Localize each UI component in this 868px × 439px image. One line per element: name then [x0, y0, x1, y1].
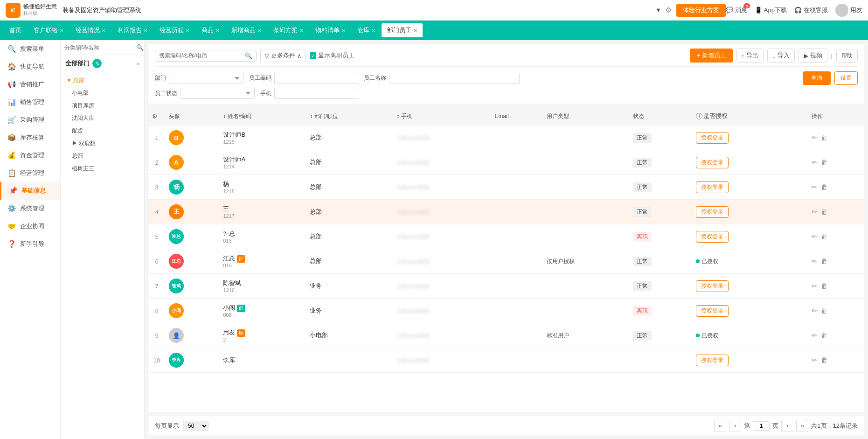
tree-collapse-btn[interactable]: «: [136, 60, 139, 67]
online-service-btn[interactable]: 🎧 在线客服: [794, 6, 828, 14]
sidebar-item-新手引导[interactable]: ❓新手引导: [0, 235, 60, 253]
tree-item-zhishu[interactable]: 植树王三: [61, 162, 144, 175]
delete-icon[interactable]: 🗑: [821, 208, 827, 216]
nav-tab-新增商品[interactable]: 新增商品✕: [226, 23, 267, 37]
edit-icon[interactable]: ✏: [812, 159, 817, 166]
auth-btn[interactable]: 授权登录: [696, 157, 729, 168]
auth-btn[interactable]: 授权登录: [696, 231, 729, 243]
tab-close-icon[interactable]: ✕: [341, 28, 345, 33]
phone-input[interactable]: [274, 88, 358, 99]
search-input[interactable]: [159, 52, 243, 59]
auth-btn[interactable]: 授权登录: [696, 305, 729, 317]
tree-item-xiaodibu[interactable]: 小电部: [61, 87, 144, 99]
edit-icon[interactable]: ✏: [812, 356, 817, 364]
delete-icon[interactable]: 🗑: [821, 183, 827, 191]
trial-btn[interactable]: 体验行业方案: [676, 4, 726, 17]
emp-status-select[interactable]: [180, 88, 255, 99]
edit-icon[interactable]: ✏: [812, 258, 817, 265]
tab-close-icon[interactable]: ✕: [215, 28, 219, 33]
nav-tab-部门员工[interactable]: 部门员工✕: [382, 23, 423, 37]
auth-btn[interactable]: 授权登录: [696, 280, 729, 292]
help-btn[interactable]: 帮助: [836, 49, 858, 63]
nav-tab-经营情况[interactable]: 经营情况✕: [70, 23, 111, 37]
tree-group-title-zongbu[interactable]: ▼ 总部: [61, 74, 144, 87]
tree-item-xiangmu[interactable]: 项目库房: [61, 99, 144, 112]
delete-icon[interactable]: 🗑: [821, 332, 827, 339]
auth-btn[interactable]: 授权登录: [696, 181, 729, 193]
sidebar-item-快捷导航[interactable]: 🏠快捷导航: [0, 58, 60, 76]
tab-close-icon[interactable]: ✕: [60, 28, 63, 33]
user-area[interactable]: 用友: [835, 4, 862, 17]
sys-dropdown-icon[interactable]: ▼: [655, 7, 661, 14]
settings-icon[interactable]: ⚙: [665, 6, 672, 14]
tree-item-shenyang[interactable]: 沈阳大库: [61, 112, 144, 125]
tree-search-icon[interactable]: 🔍: [136, 44, 144, 51]
col-settings[interactable]: ⚙: [148, 107, 165, 125]
nav-tab-仓库[interactable]: 仓库✕: [352, 23, 381, 37]
add-employee-btn[interactable]: + 新增员工: [690, 49, 732, 63]
delete-icon[interactable]: 🗑: [821, 134, 827, 141]
set-btn[interactable]: 设置: [834, 71, 858, 85]
tab-close-icon[interactable]: ✕: [299, 28, 303, 33]
auth-btn[interactable]: 授权登录: [696, 206, 729, 218]
col-dept[interactable]: ↕ 部门/职位: [306, 107, 393, 125]
tab-close-icon[interactable]: ✕: [102, 28, 105, 33]
nav-tab-首页[interactable]: 首页: [4, 23, 27, 37]
delete-icon[interactable]: 🗑: [821, 233, 827, 240]
search-icon[interactable]: 🔍: [245, 52, 252, 59]
nav-tab-经营历程[interactable]: 经营历程✕: [154, 23, 195, 37]
col-phone[interactable]: ↕ 手机: [393, 107, 491, 125]
delete-icon[interactable]: 🗑: [821, 159, 827, 166]
edit-icon[interactable]: ✏: [812, 208, 817, 216]
nav-tab-物料清单[interactable]: 物料清单✕: [310, 23, 351, 37]
auth-btn[interactable]: 授权登录: [696, 355, 729, 366]
page-number-input[interactable]: [753, 421, 770, 431]
col-name[interactable]: ↕ 姓名/编码: [219, 107, 306, 125]
import-btn[interactable]: ↓ 导入: [767, 49, 795, 63]
tree-item-zongbu[interactable]: 总部: [61, 150, 144, 162]
next-page-btn[interactable]: ›: [781, 420, 793, 432]
search-btn[interactable]: 查询: [803, 71, 831, 85]
tab-close-icon[interactable]: ✕: [257, 28, 261, 33]
export-btn[interactable]: ↑ 导出: [736, 49, 764, 63]
tab-close-icon[interactable]: ✕: [144, 28, 147, 33]
edit-icon[interactable]: ✏: [812, 134, 817, 141]
nav-tab-商品[interactable]: 商品✕: [196, 23, 225, 37]
delete-icon[interactable]: 🗑: [821, 356, 827, 364]
tab-close-icon[interactable]: ✕: [186, 28, 189, 33]
sidebar-item-销售管理[interactable]: 📊销售管理: [0, 93, 60, 111]
settings-gear-icon[interactable]: ⚙: [152, 113, 158, 120]
sidebar-item-搜索菜单[interactable]: 🔍搜索菜单: [0, 40, 60, 58]
nav-tab-条码方案[interactable]: 条码方案✕: [268, 23, 309, 37]
sidebar-item-采购管理[interactable]: 🛒采购管理: [0, 111, 60, 129]
last-page-btn[interactable]: »: [796, 420, 808, 432]
show-resigned-checkbox[interactable]: ✓ 显示离职员工: [310, 51, 354, 60]
emp-code-input[interactable]: [274, 73, 358, 84]
edit-icon[interactable]: ✏: [812, 183, 817, 191]
first-page-btn[interactable]: «: [714, 420, 726, 432]
sidebar-item-营销推广[interactable]: 📢营销推广: [0, 76, 60, 93]
sidebar-item-经营管理[interactable]: 📋经营管理: [0, 164, 60, 182]
delete-icon[interactable]: 🗑: [821, 307, 827, 314]
tab-close-icon[interactable]: ✕: [413, 28, 417, 33]
prev-page-btn[interactable]: ‹: [729, 420, 741, 432]
page-size-select[interactable]: 50 100 200: [183, 421, 208, 431]
edit-icon[interactable]: ✏: [812, 332, 817, 339]
tree-item-peihuo[interactable]: 配货: [61, 125, 144, 137]
tree-search-input[interactable]: [64, 44, 134, 51]
app-download-btn[interactable]: 📱 App下载: [755, 6, 787, 14]
msg-btn[interactable]: 💬 消息 5: [726, 6, 747, 14]
sidebar-item-基础信息[interactable]: 📌基础信息: [0, 182, 60, 200]
nav-tab-利润报告[interactable]: 利润报告✕: [112, 23, 153, 37]
sidebar-item-企业协同[interactable]: 🤝企业协同: [0, 217, 60, 235]
more-conditions-btn[interactable]: ▽ 更多条件 ∧: [260, 49, 306, 62]
view-btn[interactable]: ▶ 视频: [799, 49, 827, 63]
dept-select[interactable]: [169, 73, 243, 84]
sidebar-item-系统管理[interactable]: ⚙️系统管理: [0, 200, 60, 217]
nav-tab-客户联络[interactable]: 客户联络✕: [28, 23, 69, 37]
tree-edit-icon[interactable]: ✎: [92, 59, 102, 68]
edit-icon[interactable]: ✏: [812, 233, 817, 240]
emp-name-input[interactable]: [389, 73, 520, 84]
sidebar-item-资金管理[interactable]: 💰资金管理: [0, 146, 60, 164]
tree-item-shuanglu[interactable]: ▶ 双鹿想: [61, 137, 144, 150]
